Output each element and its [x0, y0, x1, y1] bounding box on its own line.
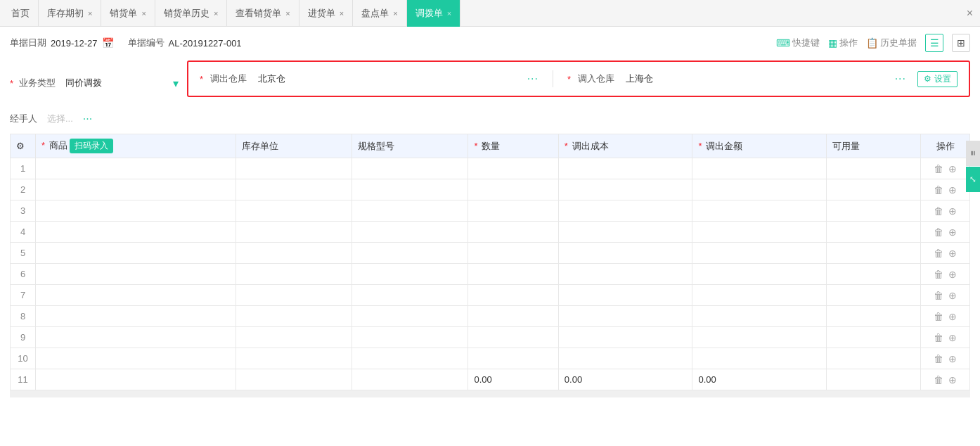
row-product-1[interactable] [36, 158, 236, 179]
out-warehouse-value[interactable]: 北京仓 [258, 72, 285, 85]
business-type-value[interactable]: 同价调拨 [65, 77, 102, 89]
row-amount-3[interactable] [692, 200, 827, 222]
row-cost-1[interactable] [558, 158, 692, 179]
view-toggle-list[interactable]: ☰ [925, 34, 943, 52]
copy-row-icon-9[interactable]: ⊕ [948, 332, 957, 343]
row-unit-4[interactable] [236, 222, 352, 243]
copy-row-icon-4[interactable]: ⊕ [948, 227, 957, 238]
row-amount-6[interactable] [692, 264, 827, 285]
operator-more-btn[interactable]: ··· [83, 113, 92, 125]
row-amount-7[interactable] [692, 285, 827, 306]
row-cost-2[interactable] [558, 179, 692, 200]
delete-row-icon-6[interactable]: 🗑 [934, 269, 943, 280]
tab-view-sales[interactable]: 查看销货单 × [227, 0, 299, 27]
delete-row-icon-5[interactable]: 🗑 [934, 248, 943, 259]
row-quantity-9[interactable] [468, 327, 558, 348]
tab-transfer-order[interactable]: 调拨单 × [407, 0, 460, 27]
row-product-9[interactable] [36, 327, 236, 348]
calendar-icon[interactable]: 📅 [102, 37, 114, 49]
out-warehouse-more-btn[interactable]: ··· [527, 72, 539, 85]
row-spec-2[interactable] [352, 179, 468, 200]
row-cost-3[interactable] [558, 200, 692, 222]
shortcut-btn[interactable]: ⌨ 快捷键 [776, 37, 820, 49]
delete-row-icon-1[interactable]: 🗑 [934, 163, 943, 174]
in-warehouse-more-btn[interactable]: ··· [895, 72, 906, 85]
row-cost-7[interactable] [558, 285, 692, 306]
row-spec-10[interactable] [352, 348, 468, 369]
table-horizontal-scrollbar[interactable] [10, 390, 970, 397]
row-spec-6[interactable] [352, 264, 468, 285]
close-tab-inventory-check[interactable]: × [393, 9, 397, 18]
tab-inventory-check[interactable]: 盘点单 × [353, 0, 406, 27]
row-quantity-4[interactable] [468, 222, 558, 243]
row-cost-6[interactable] [558, 264, 692, 285]
row-quantity-2[interactable] [468, 179, 558, 200]
history-btn[interactable]: 📋 历史单据 [866, 37, 917, 49]
row-unit-9[interactable] [236, 327, 352, 348]
copy-row-icon-10[interactable]: ⊕ [948, 353, 957, 364]
row-cost-10[interactable] [558, 348, 692, 369]
tab-inventory-init[interactable]: 库存期初 × [39, 0, 101, 27]
close-tab-view-sales[interactable]: × [285, 9, 290, 18]
view-toggle-grid[interactable]: ⊞ [952, 34, 970, 52]
delete-row-icon-2[interactable]: 🗑 [934, 184, 943, 196]
row-amount-5[interactable] [692, 243, 827, 264]
in-warehouse-value[interactable]: 上海仓 [626, 72, 653, 85]
tab-purchase-order[interactable]: 进货单 × [299, 0, 353, 27]
row-unit-6[interactable] [236, 264, 352, 285]
close-tab-purchase-order[interactable]: × [340, 9, 344, 18]
row-spec-9[interactable] [352, 327, 468, 348]
delete-row-icon-7[interactable]: 🗑 [934, 290, 943, 301]
row-amount-1[interactable] [692, 158, 827, 179]
row-quantity-10[interactable] [468, 348, 558, 369]
copy-row-icon-8[interactable]: ⊕ [948, 311, 957, 322]
business-type-dropdown-icon[interactable]: ▾ [173, 77, 179, 90]
row-product-8[interactable] [36, 306, 236, 327]
date-value[interactable]: 2019-12-27 [51, 38, 98, 49]
row-amount-10[interactable] [692, 348, 827, 369]
row-unit-5[interactable] [236, 243, 352, 264]
row-spec-7[interactable] [352, 285, 468, 306]
row-unit-10[interactable] [236, 348, 352, 369]
row-quantity-1[interactable] [468, 158, 558, 179]
row-product-3[interactable] [36, 200, 236, 222]
row-unit-2[interactable] [236, 179, 352, 200]
row-spec-3[interactable] [352, 200, 468, 222]
row-cost-8[interactable] [558, 306, 692, 327]
row-unit-8[interactable] [236, 306, 352, 327]
action-btn[interactable]: ▦ 操作 [828, 37, 858, 49]
row-amount-8[interactable] [692, 306, 827, 327]
row-product-7[interactable] [36, 285, 236, 306]
row-quantity-6[interactable] [468, 264, 558, 285]
row-cost-9[interactable] [558, 327, 692, 348]
row-quantity-3[interactable] [468, 200, 558, 222]
tab-home[interactable]: 首页 [3, 0, 39, 27]
delete-row-icon-4[interactable]: 🗑 [934, 227, 943, 238]
window-close-button[interactable]: × [967, 7, 973, 20]
row-cost-5[interactable] [558, 243, 692, 264]
row-spec-8[interactable] [352, 306, 468, 327]
copy-row-icon-1[interactable]: ⊕ [948, 163, 957, 174]
delete-icon[interactable]: 🗑 [934, 374, 943, 386]
row-amount-2[interactable] [692, 179, 827, 200]
setting-button[interactable]: ⚙ 设置 [917, 71, 958, 87]
float-expand-btn[interactable]: ⤢ [966, 167, 980, 192]
row-spec-5[interactable] [352, 243, 468, 264]
tab-sales-history[interactable]: 销货单历史 × [155, 0, 227, 27]
close-tab-sales-history[interactable]: × [214, 9, 218, 18]
copy-row-icon-6[interactable]: ⊕ [948, 269, 957, 280]
row-amount-4[interactable] [692, 222, 827, 243]
row-product-2[interactable] [36, 179, 236, 200]
tab-sales-order[interactable]: 销货单 × [101, 0, 155, 27]
delete-row-icon-8[interactable]: 🗑 [934, 311, 943, 322]
row-cost-4[interactable] [558, 222, 692, 243]
close-tab-sales-order[interactable]: × [141, 9, 146, 18]
copy-row-icon-3[interactable]: ⊕ [948, 205, 957, 217]
row-quantity-5[interactable] [468, 243, 558, 264]
delete-row-icon-3[interactable]: 🗑 [934, 205, 943, 217]
row-unit-7[interactable] [236, 285, 352, 306]
row-quantity-7[interactable] [468, 285, 558, 306]
copy-icon[interactable]: ⊕ [948, 374, 957, 386]
scan-entry-button[interactable]: 扫码录入 [70, 139, 113, 153]
row-spec-1[interactable] [352, 158, 468, 179]
